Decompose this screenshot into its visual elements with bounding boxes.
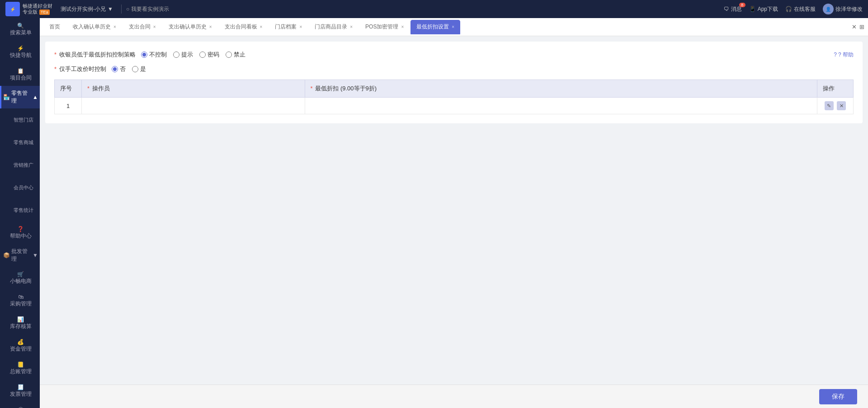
tab-payment-confirm-history[interactable]: 支出确认单历史 × — [163, 20, 218, 34]
tab-min-discount-close[interactable]: × — [452, 24, 454, 29]
sidebar-item-marketing[interactable]: 营销推广 — [0, 154, 40, 176]
sidebar-label-retail-stat: 零售统计 — [14, 207, 33, 214]
row-edit-button[interactable]: ✎ — [825, 101, 834, 110]
sidebar-item-member[interactable]: 会员中心 — [0, 176, 40, 199]
radio-yes-label: 是 — [140, 65, 146, 73]
general-ledger-icon: 📒 — [17, 361, 24, 368]
messages-button[interactable]: 🗨 消息 8 — [724, 5, 742, 13]
sidebar-label-project: 项目合同 — [10, 74, 32, 82]
table-row: 1 ✎ ✕ — [55, 98, 854, 114]
radio-no-control-label: 不控制 — [149, 51, 167, 59]
radio-password-input[interactable] — [199, 52, 206, 58]
sidebar-item-retail-mgmt[interactable]: 🏪 零售管理 ▲ — [0, 86, 40, 108]
service-icon: 🎧 — [785, 6, 792, 12]
tab-home[interactable]: 首页 — [43, 20, 66, 34]
tab-store-archive-close[interactable]: × — [299, 24, 302, 29]
radio-forbid[interactable]: 禁止 — [226, 51, 245, 59]
help-label: ? 帮助 — [838, 51, 854, 59]
discount-table-wrapper: 序号 * 操作员 * 最低折扣 (9.00等于9折) — [54, 80, 854, 114]
logo-icon: ⚡ — [5, 2, 20, 16]
sidebar-label-invoice: 发票管理 — [10, 390, 32, 398]
tab-pos-password-label: POS加密管理 — [365, 23, 398, 31]
form-row-2: * 仅手工改价时控制 否 是 — [54, 65, 854, 73]
radio-no-input[interactable] — [112, 66, 118, 72]
retail-mgmt-icon: 🏪 — [3, 94, 10, 100]
purchase-icon: 🛍 — [18, 294, 24, 300]
radio-remind-input[interactable] — [173, 52, 179, 58]
logo-icon-symbol: ⚡ — [10, 7, 15, 12]
radio-no[interactable]: 否 — [112, 65, 126, 73]
sidebar-item-tax[interactable]: 🏛 税务管理 — [0, 402, 40, 408]
radio-no-control[interactable]: 不控制 — [141, 51, 167, 59]
online-service-button[interactable]: 🎧 在线客服 — [785, 5, 816, 13]
tab-bar: 首页 收入确认单历史 × 支出合同 × 支出确认单历史 × 支出合同看板 × 门… — [40, 18, 868, 36]
radio-password[interactable]: 密码 — [199, 51, 219, 59]
sidebar-item-finance[interactable]: 💰 资金管理 — [0, 334, 40, 357]
tab-payment-board-close[interactable]: × — [260, 24, 263, 29]
tab-store-archive[interactable]: 门店档案 × — [269, 20, 308, 34]
tab-income-history-label: 收入确认单历史 — [73, 23, 111, 31]
sidebar-label-smart-store: 智慧门店 — [14, 117, 33, 123]
tab-menu-button[interactable]: ⊞ — [859, 23, 864, 30]
tab-income-history-close[interactable]: × — [113, 24, 116, 29]
save-button[interactable]: 保存 — [819, 389, 857, 404]
sidebar-item-help[interactable]: ❓ 帮助中心 — [0, 221, 40, 244]
row-seq: 1 — [55, 98, 82, 114]
tab-payment-contract-close[interactable]: × — [153, 24, 156, 29]
project-arrow: ▼ — [108, 6, 113, 12]
sidebar-item-invoice[interactable]: 🧾 发票管理 — [0, 380, 40, 402]
app-download-button[interactable]: 📱 App下载 — [749, 5, 778, 13]
sidebar-item-general-ledger[interactable]: 📒 总账管理 — [0, 357, 40, 380]
sidebar-item-search[interactable]: 🔍 搜索菜单 — [0, 18, 40, 41]
field2-radio-group: 否 是 — [112, 65, 146, 73]
top-bar-right: 🗨 消息 8 📱 App下载 🎧 在线客服 👤 徐泽华修改 — [724, 4, 863, 14]
help-icon-text: ? — [834, 52, 837, 58]
tab-payment-board[interactable]: 支出合同看板 × — [219, 20, 269, 34]
demo-link[interactable]: ○ 我要看实例演示 — [126, 5, 719, 13]
radio-no-control-input[interactable] — [141, 52, 147, 58]
row-delete-button[interactable]: ✕ — [837, 101, 846, 110]
field2-required-star: * — [54, 66, 57, 72]
field1-radio-group: 不控制 提示 密码 禁止 — [141, 51, 245, 59]
sidebar-item-wholesale[interactable]: 📦 批发管理 ▼ — [0, 244, 40, 267]
tab-pos-password[interactable]: POS加密管理 × — [359, 20, 410, 34]
sidebar-item-inventory[interactable]: 📊 库存核算 — [0, 312, 40, 334]
sidebar-item-smart-store[interactable]: 智慧门店 — [0, 108, 40, 131]
sidebar-item-retail-stat[interactable]: 零售统计 — [0, 199, 40, 221]
sidebar-item-ecommerce[interactable]: 🛒 小畅电商 — [0, 267, 40, 289]
sidebar-item-retail-mall[interactable]: 零售商城 — [0, 131, 40, 154]
top-bar: ⚡ 畅捷通好业财 专业版 TEa 测试分开实例-小兄 ▼ ○ 我要看实例演示 🗨… — [0, 0, 868, 18]
main-layout: 🔍 搜索菜单 ⚡ 快捷导航 📋 项目合同 🏪 零售管理 ▲ 智慧门店 零售商城 … — [0, 18, 868, 408]
tab-min-discount[interactable]: 最低折扣设置 × — [410, 20, 460, 34]
tab-income-history[interactable]: 收入确认单历史 × — [67, 20, 122, 34]
sidebar-item-purchase[interactable]: 🛍 采购管理 — [0, 289, 40, 312]
sidebar-item-shortcut[interactable]: ⚡ 快捷导航 — [0, 41, 40, 63]
help-link[interactable]: ? ? 帮助 — [834, 51, 854, 59]
discount-table: 序号 * 操作员 * 最低折扣 (9.00等于9折) — [54, 80, 854, 114]
radio-remind[interactable]: 提示 — [173, 51, 193, 59]
field2-label: * 仅手工改价时控制 — [54, 65, 106, 73]
tab-store-catalog-close[interactable]: × — [350, 24, 353, 29]
user-area[interactable]: 👤 徐泽华修改 — [823, 4, 863, 14]
sidebar-item-project[interactable]: 📋 项目合同 — [0, 63, 40, 86]
tab-bar-actions: ✕ ⊞ — [852, 23, 864, 30]
shortcut-icon: ⚡ — [17, 45, 24, 52]
sidebar-label-inventory: 库存核算 — [10, 323, 32, 330]
radio-yes-input[interactable] — [132, 66, 138, 72]
download-icon: 📱 — [749, 6, 756, 12]
tab-payment-board-label: 支出合同看板 — [225, 23, 257, 31]
project-name: 测试分开实例-小兄 — [61, 5, 106, 13]
project-selector[interactable]: 测试分开实例-小兄 ▼ — [57, 4, 117, 15]
radio-yes[interactable]: 是 — [132, 65, 146, 73]
tab-payment-confirm-history-close[interactable]: × — [209, 24, 212, 29]
radio-forbid-input[interactable] — [226, 52, 232, 58]
tab-payment-contract[interactable]: 支出合同 × — [123, 20, 162, 34]
col-seq: 序号 — [55, 80, 82, 98]
tab-payment-contract-label: 支出合同 — [129, 23, 151, 31]
bottom-bar: 保存 — [40, 385, 868, 408]
tab-close-all-button[interactable]: ✕ — [852, 23, 857, 30]
wholesale-icon: 📦 — [3, 252, 10, 258]
tab-pos-password-close[interactable]: × — [401, 24, 404, 29]
sidebar: 🔍 搜索菜单 ⚡ 快捷导航 📋 项目合同 🏪 零售管理 ▲ 智慧门店 零售商城 … — [0, 18, 40, 408]
tab-store-catalog[interactable]: 门店商品目录 × — [309, 20, 359, 34]
